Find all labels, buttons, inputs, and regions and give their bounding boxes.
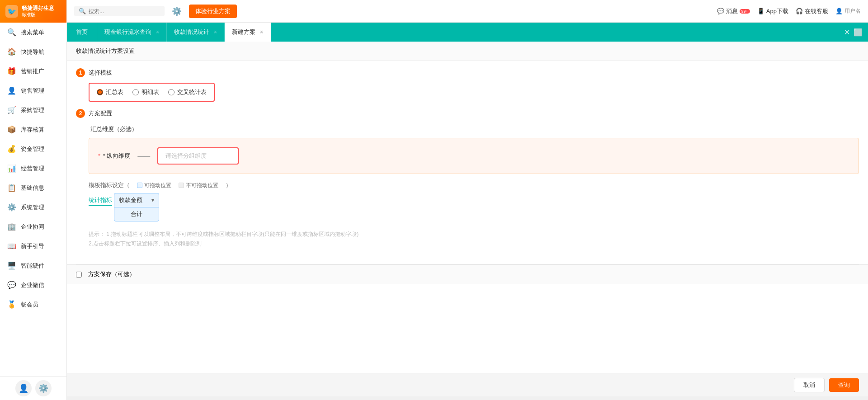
sidebar-item-quick-nav[interactable]: 🏠 快捷导航 xyxy=(0,42,66,61)
search-box[interactable]: 🔍 xyxy=(74,6,165,16)
dimension-row: * * 纵向维度 —— 请选择分组维度 xyxy=(98,147,849,165)
arrow-icon: —— xyxy=(137,152,150,160)
radio-cross-input[interactable] xyxy=(168,89,175,95)
tips-section: 提示： 1.拖动标题栏可以调整布局，不可跨维度或指标区域拖动栏目字段(只能在同一… xyxy=(89,231,859,257)
bell-icon: 💬 xyxy=(717,8,724,14)
sidebar-item-basic[interactable]: 📋 基础信息 xyxy=(0,178,66,198)
metrics-header: 模板指标设定（ 可拖动位置 不可拖动位置 ） xyxy=(89,181,859,189)
sidebar-settings-icon[interactable]: ⚙️ xyxy=(35,380,52,396)
search-icon: 🔍 xyxy=(79,8,86,14)
save-checkbox[interactable] xyxy=(76,272,82,278)
sidebar-item-guide[interactable]: 📖 新手引导 xyxy=(0,236,66,256)
sidebar-bottom: 👤 ⚙️ xyxy=(0,376,66,400)
tab-close-receipt[interactable]: × xyxy=(214,29,217,35)
download-btn[interactable]: 📱 App下载 xyxy=(757,7,788,15)
query-button[interactable]: 查询 xyxy=(829,378,859,392)
content-area: 收款情况统计方案设置 1 选择模板 汇总表 xyxy=(67,42,868,373)
draggable-badge: 可拖动位置 xyxy=(137,182,171,189)
sidebar-item-inventory[interactable]: 📦 库存核算 xyxy=(0,120,66,139)
tabbar: 首页 现金银行流水查询 × 收款情况统计 × 新建方案 × ✕ ⬜ xyxy=(67,23,868,42)
user-icon: 👤 xyxy=(835,8,843,14)
sidebar-item-search[interactable]: 🔍 搜索菜单 xyxy=(0,23,66,42)
notification-btn[interactable]: 💬 消息 99+ xyxy=(717,7,750,15)
sidebar-item-hardware[interactable]: 🖥️ 智能硬件 xyxy=(0,256,66,275)
close-window-icon[interactable]: ✕ xyxy=(844,28,850,37)
sidebar-item-wechat[interactable]: 💬 企业微信 xyxy=(0,275,66,295)
tab-cashflow[interactable]: 现金银行流水查询 × xyxy=(97,23,167,42)
sidebar-item-purchase[interactable]: 🛒 采购管理 xyxy=(0,100,66,120)
radio-summary-input[interactable] xyxy=(97,89,103,95)
radio-cross[interactable]: 交叉统计表 xyxy=(168,88,207,96)
building-icon: 🏢 xyxy=(7,222,16,231)
search-icon: 🔍 xyxy=(7,28,16,37)
logo-icon: 🐦 xyxy=(5,5,18,18)
stats-label: 统计指标 xyxy=(89,196,112,206)
dimension-area: * * 纵向维度 —— 请选择分组维度 xyxy=(89,138,859,174)
breadcrumb: 收款情况统计方案设置 xyxy=(67,42,868,61)
sidebar-item-enterprise[interactable]: 🏢 企业协同 xyxy=(0,217,66,236)
maximize-icon[interactable]: ⬜ xyxy=(854,28,863,37)
dimension-select[interactable]: 请选择分组维度 xyxy=(157,147,239,165)
metric-card-header: 收款金额 ▾ xyxy=(114,193,159,207)
chart-icon: 📊 xyxy=(7,164,16,173)
metric-card: 收款金额 ▾ 合计 xyxy=(114,193,159,221)
page-content: 收款情况统计方案设置 1 选择模板 汇总表 xyxy=(67,42,868,400)
metrics-section: 模板指标设定（ 可拖动位置 不可拖动位置 ） xyxy=(89,181,859,221)
industry-btn[interactable]: 体验行业方案 xyxy=(189,5,237,18)
gear-icon: ⚙️ xyxy=(7,203,16,212)
tab-home[interactable]: 首页 xyxy=(67,23,97,42)
radio-summary[interactable]: 汇总表 xyxy=(97,88,123,96)
sidebar-item-member[interactable]: 🏅 畅会员 xyxy=(0,295,66,314)
tab-new-plan[interactable]: 新建方案 × xyxy=(225,23,271,42)
user-info[interactable]: 👤 用户名 xyxy=(835,7,861,15)
radio-group: 汇总表 明细表 交叉统计表 xyxy=(97,88,207,96)
chat-icon: 💬 xyxy=(7,281,16,289)
sidebar: 🐦 畅捷通好生意 标准版 🔍 搜索菜单 🏠 快捷导航 🎁 营销推广 👤 销售管理… xyxy=(0,0,67,400)
tab-close-cashflow[interactable]: × xyxy=(156,29,159,35)
app-logo: 🐦 畅捷通好生意 标准版 xyxy=(0,0,66,23)
headset-icon: 🎧 xyxy=(796,8,803,14)
main-content: 🔍 ⚙️ 体验行业方案 💬 消息 99+ 📱 App下载 🎧 在线客服 👤 用户… xyxy=(67,0,868,400)
save-label: 方案保存（可选） xyxy=(88,270,135,278)
tabbar-controls: ✕ ⬜ xyxy=(839,23,868,42)
sidebar-item-sales[interactable]: 👤 销售管理 xyxy=(0,81,66,100)
clipboard-icon: 📋 xyxy=(7,184,16,192)
sidebar-item-operation[interactable]: 📊 经营管理 xyxy=(0,159,66,178)
sidebar-item-finance[interactable]: 💰 资金管理 xyxy=(0,139,66,159)
home-icon: 🏠 xyxy=(7,47,16,56)
cart-icon: 🛒 xyxy=(7,106,16,114)
step2-header: 2 方案配置 xyxy=(76,109,859,118)
metric-dropdown-icon[interactable]: ▾ xyxy=(151,197,154,203)
step2-section: 2 方案配置 汇总维度（必选） * * 纵向维度 xyxy=(67,109,868,264)
search-input[interactable] xyxy=(89,8,152,14)
save-section: 方案保存（可选） xyxy=(67,264,868,284)
draggable-dot xyxy=(137,183,142,188)
sidebar-user-avatar[interactable]: 👤 xyxy=(15,380,32,396)
template-selector: 汇总表 明细表 交叉统计表 xyxy=(89,83,215,102)
step1-section: 1 选择模板 汇总表 明细表 xyxy=(67,61,868,109)
page-footer: 取消 查询 xyxy=(67,373,868,396)
sidebar-item-marketing[interactable]: 🎁 营销推广 xyxy=(0,61,66,81)
money-icon: 💰 xyxy=(7,145,16,153)
book-icon: 📖 xyxy=(7,242,16,250)
metric-card-body: 合计 xyxy=(114,207,159,221)
cancel-button[interactable]: 取消 xyxy=(794,378,825,392)
service-btn[interactable]: 🎧 在线客服 xyxy=(796,7,828,15)
app-name: 畅捷通好生意 标准版 xyxy=(22,5,54,18)
dimension-section-label: 汇总维度（必选） xyxy=(89,125,859,133)
vertical-dimension-label: * * 纵向维度 xyxy=(98,152,130,160)
medal-icon: 🏅 xyxy=(7,300,16,309)
download-icon: 📱 xyxy=(757,8,764,14)
gift-icon: 🎁 xyxy=(7,67,16,75)
monitor-icon: 🖥️ xyxy=(7,261,16,270)
topbar-actions: 💬 消息 99+ 📱 App下载 🎧 在线客服 👤 用户名 xyxy=(717,7,861,15)
step1-indicator: 1 选择模板 xyxy=(76,68,112,77)
gear-icon[interactable]: ⚙️ xyxy=(172,6,182,16)
radio-detail[interactable]: 明细表 xyxy=(132,88,159,96)
sidebar-item-system[interactable]: ⚙️ 系统管理 xyxy=(0,198,66,217)
box-icon: 📦 xyxy=(7,125,16,134)
person-icon: 👤 xyxy=(7,86,16,95)
tab-close-new-plan[interactable]: × xyxy=(260,29,263,35)
radio-detail-input[interactable] xyxy=(132,89,139,95)
tab-receipt[interactable]: 收款情况统计 × xyxy=(167,23,225,42)
